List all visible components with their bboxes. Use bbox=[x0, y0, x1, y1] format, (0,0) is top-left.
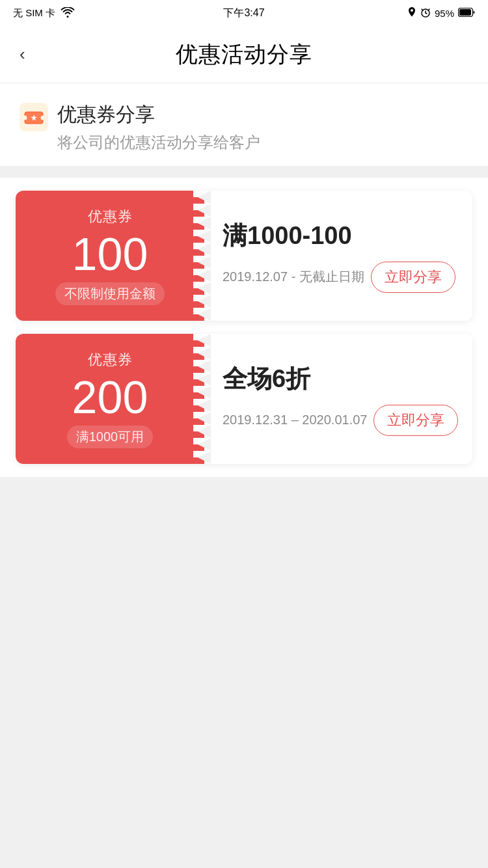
section-text-group: 优惠券分享 将公司的优惠活动分享给客户 bbox=[57, 102, 260, 153]
divider bbox=[0, 167, 488, 178]
svg-point-6 bbox=[23, 116, 27, 120]
battery-icon bbox=[458, 8, 475, 19]
location-icon bbox=[407, 7, 416, 20]
coupon-date-row-1: 2019.12.07 - 无截止日期 立即分享 bbox=[223, 262, 454, 293]
coupon-label-1: 优惠券 bbox=[88, 207, 133, 226]
nav-bar: ‹ 优惠活动分享 bbox=[0, 26, 488, 83]
alarm-icon bbox=[420, 7, 431, 20]
coupon-card-2: 优惠券 200 满1000可用 全场6折 2019.12.31 – 2020.0… bbox=[16, 334, 472, 464]
status-bar-left: 无 SIM 卡 bbox=[13, 7, 75, 20]
svg-text:★: ★ bbox=[31, 114, 38, 122]
section-header: ★ 优惠券分享 将公司的优惠活动分享给客户 bbox=[0, 83, 488, 166]
coupon-condition-1: 不限制使用金额 bbox=[55, 282, 165, 305]
coupon-date-2: 2019.12.31 – 2020.01.07 bbox=[223, 413, 367, 427]
carrier-text: 无 SIM 卡 bbox=[13, 7, 55, 20]
coupon-right-1: 满1000-100 2019.12.07 - 无截止日期 立即分享 bbox=[204, 191, 472, 321]
zigzag-2 bbox=[198, 334, 211, 464]
page-title: 优惠活动分享 bbox=[176, 40, 312, 70]
wifi-icon bbox=[61, 7, 75, 20]
coupon-name-2: 全场6折 bbox=[223, 362, 454, 396]
coupon-left-1: 优惠券 100 不限制使用金额 bbox=[16, 191, 204, 321]
section-subtitle: 将公司的优惠活动分享给客户 bbox=[57, 132, 260, 153]
zigzag-1 bbox=[198, 191, 211, 321]
coupon-icon: ★ bbox=[20, 103, 48, 131]
status-bar: 无 SIM 卡 下午3:47 95% bbox=[0, 0, 488, 26]
back-button[interactable]: ‹ bbox=[20, 44, 25, 64]
coupon-share-btn-2[interactable]: 立即分享 bbox=[373, 405, 458, 436]
coupon-date-row-2: 2019.12.31 – 2020.01.07 立即分享 bbox=[223, 405, 454, 436]
coupon-card-1: 优惠券 100 不限制使用金额 满1000-100 2019.12.07 - 无… bbox=[16, 191, 472, 321]
coupon-list: 优惠券 100 不限制使用金额 满1000-100 2019.12.07 - 无… bbox=[0, 178, 488, 477]
coupon-amount-1: 100 bbox=[72, 232, 148, 277]
coupon-label-2: 优惠券 bbox=[88, 350, 133, 370]
status-bar-right: 95% bbox=[407, 7, 475, 20]
coupon-right-2: 全场6折 2019.12.31 – 2020.01.07 立即分享 bbox=[204, 334, 472, 464]
coupon-share-btn-1[interactable]: 立即分享 bbox=[371, 262, 455, 293]
main-content bbox=[0, 477, 488, 867]
coupon-condition-2: 满1000可用 bbox=[67, 426, 154, 448]
svg-rect-2 bbox=[459, 9, 471, 16]
coupon-date-1: 2019.12.07 - 无截止日期 bbox=[223, 268, 364, 286]
battery-percent: 95% bbox=[435, 8, 454, 19]
section-title: 优惠券分享 bbox=[57, 102, 260, 128]
coupon-amount-2: 200 bbox=[72, 375, 148, 420]
coupon-name-1: 满1000-100 bbox=[223, 219, 454, 252]
coupon-left-2: 优惠券 200 满1000可用 bbox=[16, 334, 204, 464]
svg-point-7 bbox=[41, 116, 46, 120]
status-bar-time: 下午3:47 bbox=[223, 7, 264, 20]
